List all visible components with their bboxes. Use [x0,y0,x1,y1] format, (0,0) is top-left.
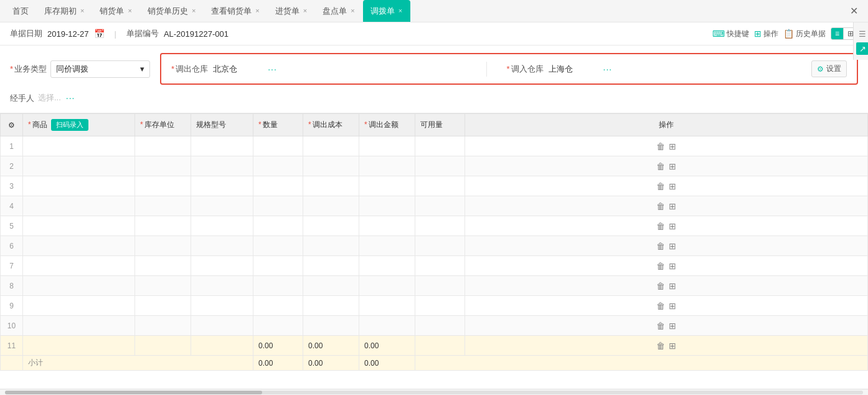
th-unit: *库存单位 [135,114,191,136]
transfer-out-label: *调出仓库 [171,64,208,75]
delete-icon[interactable]: 🗑 [656,341,665,351]
calendar-icon[interactable]: 📅 [94,29,105,39]
shortcut-key-item[interactable]: ⌨ 快捷键 [712,29,749,39]
transfer-in-section: *调入仓库 上海仓 ··· [507,64,801,75]
tab-transfer-order[interactable]: 调拨单 × [363,0,410,22]
doc-no-value: AL-20191227-001 [164,29,229,39]
handler-placeholder: 选择... [38,92,61,103]
copy-icon[interactable]: ⊞ [669,301,676,311]
table-header-row: ⚙ *商品 扫码录入 *库存单位 规格型号 *数量 *调出成本 *调出金额 [1,114,868,136]
delete-icon[interactable]: 🗑 [656,301,665,311]
copy-icon[interactable]: ⊞ [669,261,676,271]
handler-field: 经手人 选择... ··· [10,91,88,105]
copy-icon[interactable]: ⊞ [669,241,676,251]
tab-inventory-check[interactable]: 盘点单 × [315,0,362,22]
list-view-btn[interactable]: ≡ [831,28,844,39]
tab-sales-order[interactable]: 销货单 × [92,0,139,22]
transfer-in-value: 上海仓 [549,64,598,75]
delete-icon[interactable]: 🗑 [656,181,665,191]
toolbar-left: 单据日期 2019-12-27 📅 | 单据编号 AL-20191227-001 [10,28,702,39]
form-row-1: *业务类型 同价调拨 ▾ *调出仓库 北京仓 ··· [10,53,858,85]
cell-qty[interactable] [253,136,303,156]
right-panel-list-icon[interactable]: ☰ [856,27,868,40]
tab-view-sales[interactable]: 查看销货单 × [204,0,267,22]
subtotal-qty-val: 0.00 [253,356,303,371]
data-table: ⚙ *商品 扫码录入 *库存单位 规格型号 *数量 *调出成本 *调出金额 [0,113,868,371]
cell-unit[interactable] [135,136,191,156]
warehouse-divider [486,62,487,77]
cell-cost[interactable] [303,136,359,156]
subtotal-label-row: 小计 0.00 0.00 0.00 [1,356,868,371]
gear-icon: ⚙ [8,121,15,130]
tab-close-initial-stock[interactable]: × [80,7,84,14]
warehouse-section: *调出仓库 北京仓 ··· *调入仓库 上海仓 ··· [160,53,858,85]
subtotal-label: 小计 [23,356,253,371]
th-available: 可用量 [415,114,465,136]
cell-operation: 🗑⊞ [465,136,868,156]
date-label: 单据日期 [10,28,42,39]
cell-amount[interactable] [359,136,415,156]
copy-icon[interactable]: ⊞ [669,181,676,191]
delete-icon[interactable]: 🗑 [656,221,665,231]
copy-icon[interactable]: ⊞ [669,281,676,291]
table-row: 5 🗑⊞ [1,216,868,236]
scan-entry-button[interactable]: 扫码录入 [51,119,88,131]
delete-icon[interactable]: 🗑 [656,161,665,171]
th-operation: 操作 [465,114,868,136]
history-item[interactable]: 📋 历史单据 [783,29,826,39]
tab-close-transfer-order[interactable]: × [399,7,402,14]
copy-icon[interactable]: ⊞ [669,341,676,351]
scroll-track[interactable] [5,391,863,394]
business-type-select[interactable]: 同价调拨 ▾ [50,60,150,78]
table-row: 2 🗑⊞ [1,156,868,176]
tab-home[interactable]: 首页 [5,0,37,22]
subtotal-qty: 0.00 [253,336,303,356]
settings-button[interactable]: ⚙ 设置 [811,60,847,77]
delete-icon[interactable]: 🗑 [656,241,665,251]
th-product: *商品 扫码录入 [23,114,135,136]
transfer-out-more-btn[interactable]: ··· [268,64,277,74]
delete-icon[interactable]: 🗑 [656,281,665,291]
cell-product[interactable] [23,136,135,156]
subtotal-cost-val: 0.00 [303,356,359,371]
content-wrap: 单据日期 2019-12-27 📅 | 单据编号 AL-20191227-001… [0,22,868,395]
operate-icon: ⊞ [754,29,762,39]
toolbar: 单据日期 2019-12-27 📅 | 单据编号 AL-20191227-001… [0,22,868,45]
copy-icon[interactable]: ⊞ [669,141,676,151]
copy-icon[interactable]: ⊞ [669,221,676,231]
delete-icon[interactable]: 🗑 [656,201,665,211]
copy-icon[interactable]: ⊞ [669,321,676,331]
history-icon: 📋 [783,29,794,39]
tab-purchase-order[interactable]: 进货单 × [268,0,315,22]
tab-close-sales-history[interactable]: × [192,7,196,14]
tab-close-purchase-order[interactable]: × [303,7,307,14]
scroll-thumb[interactable] [5,391,262,394]
transfer-in-more-btn[interactable]: ··· [603,64,613,74]
tab-sales-history[interactable]: 销货单历史 × [140,0,204,22]
table-row: 10 🗑⊞ [1,316,868,336]
delete-icon[interactable]: 🗑 [656,261,665,271]
tab-close-sales-order[interactable]: × [128,7,131,14]
table-container[interactable]: ⚙ *商品 扫码录入 *库存单位 规格型号 *数量 *调出成本 *调出金额 [0,113,868,389]
date-value: 2019-12-27 [47,29,89,39]
delete-icon[interactable]: 🗑 [656,321,665,331]
copy-icon[interactable]: ⊞ [669,161,676,171]
tab-initial-stock[interactable]: 库存期初 × [37,0,92,22]
subtotal-row: 11 0.00 0.00 0.00 🗑⊞ [1,336,868,356]
window-close-button[interactable]: ✕ [844,2,863,21]
th-settings[interactable]: ⚙ [1,114,23,136]
cell-available[interactable] [415,136,465,156]
copy-icon[interactable]: ⊞ [669,201,676,211]
handler-more-btn[interactable]: ··· [66,93,75,103]
horizontal-scrollbar[interactable] [0,389,868,395]
main-content: ⚙ *商品 扫码录入 *库存单位 规格型号 *数量 *调出成本 *调出金额 [0,113,868,395]
right-panel-export-icon[interactable]: ↗ [856,42,868,55]
tab-close-inventory-check[interactable]: × [351,7,354,14]
business-type-field: *业务类型 同价调拨 ▾ [10,60,150,78]
subtotal-amount-val: 0.00 [359,356,415,371]
operate-item[interactable]: ⊞ 操作 [754,29,778,39]
delete-icon[interactable]: 🗑 [656,141,665,151]
tab-close-view-sales[interactable]: × [255,7,259,14]
handler-input[interactable]: 选择... ··· [38,91,88,105]
cell-spec[interactable] [191,136,253,156]
